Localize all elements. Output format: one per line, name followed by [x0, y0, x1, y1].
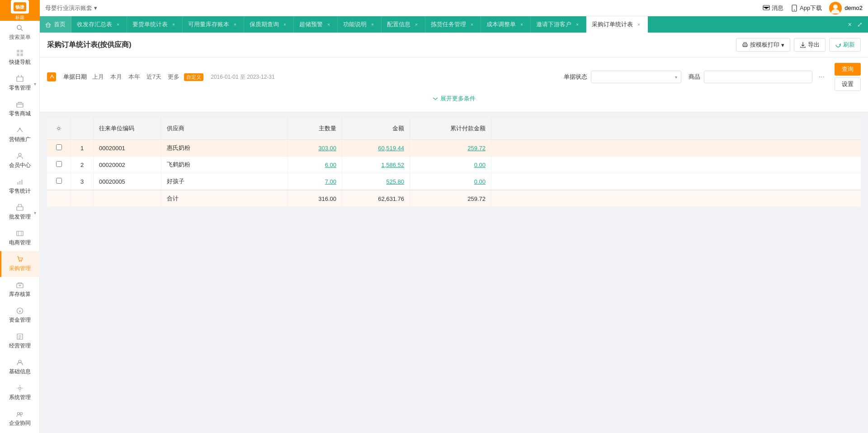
row-paid-1[interactable]: 0.00 [410, 157, 491, 173]
home-icon [45, 22, 51, 28]
expand-more-btn[interactable]: 展开更多条件 [432, 95, 476, 103]
col-code-label: 往来单位编码 [99, 125, 134, 132]
row-check-1[interactable] [47, 157, 71, 173]
sidebar-item-retail-mgmt[interactable]: 零售管理 ▾ [0, 71, 40, 96]
row-checkbox-1[interactable] [56, 161, 62, 167]
col-extra [491, 118, 861, 140]
tab-receive-summary-close[interactable]: × [115, 21, 121, 28]
tab-overstock[interactable]: 超储预警 × [294, 16, 338, 33]
row-qty-0[interactable]: 303.00 [288, 140, 342, 157]
tab-invite-downstream[interactable]: 邀请下游客户 × [531, 16, 586, 33]
row-checkbox-2[interactable] [56, 178, 62, 184]
gear-btn[interactable] [52, 122, 65, 135]
row-amount-1[interactable]: 1,586.52 [342, 157, 410, 173]
tab-available-stock[interactable]: 可用量库存账本 × [183, 16, 244, 33]
tab-overstock-close[interactable]: × [326, 21, 332, 28]
status-select[interactable]: ▾ [591, 71, 681, 83]
tab-warranty-query[interactable]: 保质期查询 × [244, 16, 294, 33]
refresh-button[interactable]: 刷新 [829, 38, 861, 52]
workspace-selector[interactable]: 母婴行业演示账套 ▾ [45, 4, 763, 12]
svg-line-3 [21, 29, 23, 31]
tab-func-desc[interactable]: 功能说明 × [338, 16, 382, 33]
col-supplier-header[interactable]: 供应商 [161, 118, 288, 140]
tab-receive-summary[interactable]: 收发存汇总表 × [71, 16, 127, 33]
tab-invite-downstream-close[interactable]: × [574, 21, 580, 28]
tab-cost-adjust[interactable]: 成本调整单 × [481, 16, 531, 33]
print-button[interactable]: 按模板打印 ▾ [736, 38, 790, 52]
tab-warranty-query-close[interactable]: × [282, 21, 288, 28]
goods-more-btn[interactable]: ··· [816, 72, 827, 82]
col-paid-header[interactable]: 累计付款金额 [410, 118, 491, 140]
row-amount-0[interactable]: 60,519.44 [342, 140, 410, 157]
export-icon [800, 42, 806, 48]
sidebar-item-enterprise-collab[interactable]: 企业协同 [0, 406, 40, 432]
goods-input[interactable] [704, 71, 812, 83]
tab-maximize-btn[interactable]: ⤢ [855, 19, 864, 30]
sidebar-item-purchase[interactable]: 采购管理 [0, 251, 40, 277]
col-code-header[interactable]: 往来单位编码 [94, 118, 161, 140]
table-row[interactable]: 3 00020005 好孩子 7.00 525.80 0.00 [47, 173, 861, 190]
tab-pickup-task-close[interactable]: × [469, 21, 475, 28]
sidebar-item-retail-stats[interactable]: 零售统计 [0, 174, 40, 200]
table-container: 往来单位编码 供应商 主数量 金额 累计付款金额 [40, 112, 868, 433]
table-row[interactable]: 2 00020002 飞鹤奶粉 6.00 1,586.52 0.00 [47, 157, 861, 173]
tab-order-stats[interactable]: 要货单统计表 × [127, 16, 183, 33]
col-amount-header[interactable]: 金额 [342, 118, 410, 140]
sidebar-item-member-center[interactable]: 会员中心 [0, 148, 40, 174]
sidebar-item-quick-nav[interactable]: 快捷导航 [0, 45, 40, 71]
table-header-row: 往来单位编码 供应商 主数量 金额 累计付款金额 [47, 118, 861, 140]
sidebar-item-finance[interactable]: ¥ 资金管理 [0, 303, 40, 328]
export-button[interactable]: 导出 [794, 38, 826, 52]
tab-func-desc-close[interactable]: × [369, 21, 376, 28]
sidebar-search[interactable]: 搜索菜单 [0, 21, 40, 45]
date-last-7-days[interactable]: 近7天 [145, 72, 163, 82]
page-header: 采购订单统计表(按供应商) 按模板打印 ▾ 导出 刷新 [40, 33, 868, 57]
date-this-month[interactable]: 本月 [108, 72, 124, 82]
row-check-2[interactable] [47, 173, 71, 190]
tab-purchase-stats[interactable]: 采购订单统计表 × [586, 16, 648, 33]
message-btn[interactable]: 消息 [763, 4, 783, 12]
tab-pickup-task[interactable]: 拣货任务管理 × [425, 16, 481, 33]
col-gear[interactable] [47, 118, 71, 140]
sidebar-item-basic-info[interactable]: 基础信息 [0, 354, 40, 380]
tab-config-info[interactable]: 配置信息 × [382, 16, 425, 33]
row-paid-2[interactable]: 0.00 [410, 173, 491, 190]
svg-rect-15 [17, 207, 23, 210]
tab-close-btn[interactable]: × [846, 19, 854, 30]
table-row[interactable]: 1 00020001 惠氏奶粉 303.00 60,519.44 259.72 [47, 140, 861, 157]
tab-order-stats-close[interactable]: × [170, 21, 177, 28]
sidebar-item-ops[interactable]: 经营管理 [0, 328, 40, 354]
sidebar-item-inventory[interactable]: 库存核算 [0, 277, 40, 303]
date-this-year[interactable]: 本年 [127, 72, 142, 82]
tab-cost-adjust-close[interactable]: × [519, 21, 525, 28]
filter-toggle-btn[interactable] [47, 72, 56, 81]
date-more[interactable]: 更多 [166, 72, 181, 82]
settings-button[interactable]: 设置 [835, 77, 861, 91]
svg-point-41 [58, 128, 60, 130]
user-menu-btn[interactable]: demo2 [829, 2, 863, 14]
row-checkbox-0[interactable] [56, 144, 62, 150]
row-qty-2[interactable]: 7.00 [288, 173, 342, 190]
date-label: 单据日期 [63, 73, 87, 81]
row-qty-1[interactable]: 6.00 [288, 157, 342, 173]
tab-available-stock-close[interactable]: × [232, 21, 238, 28]
sidebar-item-system[interactable]: 系统管理 [0, 380, 40, 406]
row-amount-2[interactable]: 525.80 [342, 173, 410, 190]
tab-config-info-close[interactable]: × [413, 21, 420, 28]
sidebar-item-wholesale[interactable]: 批发管理 ▾ [0, 200, 40, 225]
col-qty-header[interactable]: 主数量 [288, 118, 342, 140]
filter-area: 单据日期 上月 本月 本年 近7天 更多 自定义 2016-01-01 至 20… [40, 57, 868, 112]
sidebar-item-ecommerce[interactable]: 电商管理 [0, 225, 40, 251]
marketing-label: 营销推广 [9, 136, 31, 143]
row-check-0[interactable] [47, 140, 71, 157]
tab-home[interactable]: 首页 [40, 16, 71, 33]
sidebar-item-marketing[interactable]: 营销推广 [0, 122, 40, 148]
date-custom-badge[interactable]: 自定义 [184, 73, 203, 81]
date-last-month[interactable]: 上月 [90, 72, 106, 82]
footer-qty: 316.00 [288, 190, 342, 207]
tab-purchase-stats-close[interactable]: × [636, 21, 642, 28]
sidebar-item-retail-store[interactable]: 零售商城 [0, 96, 40, 122]
row-paid-0[interactable]: 259.72 [410, 140, 491, 157]
app-download-btn[interactable]: App下载 [791, 4, 822, 12]
query-button[interactable]: 查询 [835, 63, 861, 76]
